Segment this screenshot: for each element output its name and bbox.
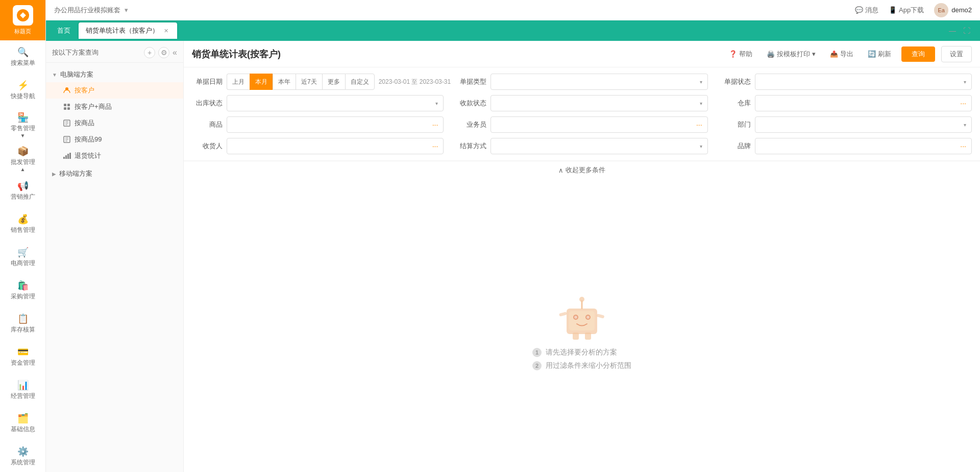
user-profile[interactable]: Ea demo2 bbox=[934, 3, 972, 17]
svg-rect-4 bbox=[67, 104, 70, 106]
sidebar-item-label-business: 经营管理 bbox=[11, 392, 35, 400]
export-button[interactable]: 📤 导出 bbox=[826, 48, 857, 61]
system-icon: ⚙️ bbox=[17, 446, 29, 457]
add-scheme-button[interactable]: + bbox=[144, 47, 155, 58]
tab-sales-stats[interactable]: 销货单统计表（按客户） ✕ bbox=[79, 22, 177, 39]
tab-close-icon[interactable]: ✕ bbox=[162, 27, 170, 35]
sidebar-item-sales[interactable]: 💰 销售管理 bbox=[0, 207, 45, 241]
date-btn-more[interactable]: 更多 bbox=[322, 74, 345, 90]
mobile-section-header[interactable]: ▶ 移动端方案 bbox=[46, 166, 183, 181]
help-label: 帮助 bbox=[739, 50, 752, 59]
date-btn-7days[interactable]: 近7天 bbox=[296, 74, 322, 90]
receipt-status-select[interactable]: ▾ bbox=[491, 95, 707, 111]
sidebar-item-label-ecom: 电商管理 bbox=[11, 259, 35, 268]
department-select[interactable]: ▾ bbox=[755, 116, 972, 133]
sidebar-item-retail[interactable]: 🏪 零售管理 ▼ bbox=[0, 107, 45, 140]
salesperson-select[interactable]: ··· bbox=[491, 116, 707, 133]
filter-row-3: 商品 ··· 业务员 ··· 部门 bbox=[192, 116, 972, 133]
desktop-section-label: 电脑端方案 bbox=[60, 70, 93, 79]
warehouse-select[interactable]: ··· bbox=[755, 95, 972, 111]
tab-home[interactable]: 首页 bbox=[50, 22, 78, 39]
sidebar-item-purchase[interactable]: 🛍️ 采购管理 bbox=[0, 274, 45, 307]
breadcrumb-dropdown-icon[interactable]: ▾ bbox=[125, 6, 128, 14]
scheme-item-by-product-label: 按商品 bbox=[75, 119, 94, 128]
sidebar-item-search[interactable]: 🔍 搜索菜单 bbox=[0, 40, 45, 74]
filter-order-type: 单据类型 ▾ bbox=[456, 74, 707, 90]
sidebar-item-business[interactable]: 📊 经营管理 bbox=[0, 373, 45, 407]
chevron-down-icon: ▼ bbox=[52, 72, 57, 78]
empty-tip-1: 1 请先选择要分析的方案 bbox=[532, 348, 631, 357]
sidebar-item-wholesale[interactable]: 📦 批发管理 ▲ bbox=[0, 140, 45, 174]
sidebar-item-label-inventory: 库存核算 bbox=[11, 325, 35, 334]
out-status-select[interactable]: ▾ bbox=[227, 95, 444, 111]
help-button[interactable]: ❓ 帮助 bbox=[725, 48, 756, 61]
breadcrumb-text: 办公用品行业模拟账套 bbox=[54, 6, 120, 15]
scheme-item-by-customer[interactable]: 按客户 bbox=[46, 82, 183, 99]
date-btn-this-month[interactable]: 本月 bbox=[250, 74, 273, 90]
scheme-item-customer-product[interactable]: 按客户+商品 bbox=[46, 99, 183, 115]
sidebar-item-finance[interactable]: 💳 资金管理 bbox=[0, 340, 45, 373]
query-button[interactable]: 查询 bbox=[901, 46, 935, 62]
sidebar-item-system[interactable]: ⚙️ 系统管理 bbox=[0, 440, 45, 472]
empty-state: 1 请先选择要分析的方案 2 用过滤条件来缩小分析范围 bbox=[184, 179, 980, 472]
settlement-arrow-icon: ▾ bbox=[700, 144, 702, 149]
settings-button[interactable]: 设置 bbox=[941, 46, 972, 62]
order-status-select[interactable]: ▾ bbox=[755, 74, 972, 90]
filter-department: 部门 ▾ bbox=[720, 116, 972, 133]
order-status-label: 单据状态 bbox=[720, 77, 751, 86]
svg-rect-3 bbox=[64, 104, 66, 106]
goods-select[interactable]: ··· bbox=[227, 116, 444, 133]
brand-dots-icon[interactable]: ··· bbox=[960, 142, 966, 150]
maximize-button[interactable]: ⛶ bbox=[962, 26, 972, 36]
scheme-item-return-stats[interactable]: 退货统计 bbox=[46, 148, 183, 164]
filter-brand: 品牌 ··· bbox=[720, 138, 972, 154]
collapse-more-button[interactable]: ∧ 收起更多条件 bbox=[184, 161, 980, 179]
scheme-item-return-stats-label: 退货统计 bbox=[75, 151, 101, 160]
sidebar-item-basic[interactable]: 🗂️ 基础信息 bbox=[0, 407, 45, 440]
collapse-panel-button[interactable]: « bbox=[173, 48, 177, 57]
settlement-select[interactable]: ▾ bbox=[491, 138, 707, 154]
main-area: 办公用品行业模拟账套 ▾ 💬 消息 📱 App下载 Ea demo2 首页 bbox=[46, 0, 980, 472]
order-status-arrow-icon: ▾ bbox=[964, 79, 966, 85]
business-icon: 📊 bbox=[17, 380, 29, 391]
scheme-item-by-product-99[interactable]: 按商品99 bbox=[46, 131, 183, 148]
print-button[interactable]: 🖨️ 按模板打印 ▾ bbox=[763, 48, 820, 61]
sidebar-item-quicknav[interactable]: ⚡ 快捷导航 bbox=[0, 74, 45, 107]
message-icon: 💬 bbox=[855, 6, 863, 14]
sales-icon: 💰 bbox=[17, 214, 29, 225]
desktop-section-header[interactable]: ▼ 电脑端方案 bbox=[46, 67, 183, 82]
date-range-text: 2023-03-01 至 2023-03-31 bbox=[379, 78, 451, 86]
sidebar-item-ecom[interactable]: 🛒 电商管理 bbox=[0, 241, 45, 274]
settlement-label: 结算方式 bbox=[456, 141, 486, 151]
tip-num-2: 2 bbox=[532, 361, 542, 370]
date-btn-last-month[interactable]: 上月 bbox=[227, 74, 250, 90]
query-label: 查询 bbox=[912, 50, 925, 58]
scheme-item-by-product[interactable]: 按商品 bbox=[46, 115, 183, 131]
app-download-button[interactable]: 📱 App下载 bbox=[889, 6, 924, 15]
svg-rect-23 bbox=[573, 333, 579, 340]
minimize-button[interactable]: — bbox=[947, 26, 958, 36]
svg-point-20 bbox=[579, 297, 584, 302]
date-btn-this-year[interactable]: 本年 bbox=[273, 74, 296, 90]
desktop-section: ▼ 电脑端方案 按客户 bbox=[46, 67, 183, 164]
brand-select[interactable]: ··· bbox=[755, 138, 972, 154]
message-button[interactable]: 💬 消息 bbox=[855, 6, 878, 15]
order-type-select[interactable]: ▾ bbox=[491, 74, 707, 90]
settings-scheme-button[interactable]: ⚙ bbox=[158, 47, 169, 58]
refresh-button[interactable]: 🔄 刷新 bbox=[864, 48, 895, 61]
consignee-dots-icon[interactable]: ··· bbox=[432, 142, 438, 150]
collapse-more-label: 收起更多条件 bbox=[566, 166, 605, 175]
sidebar-item-inventory[interactable]: 📋 库存核算 bbox=[0, 307, 45, 340]
export-label: 导出 bbox=[840, 50, 853, 59]
mobile-section: ▶ 移动端方案 bbox=[46, 166, 183, 181]
logo[interactable]: 标题页 bbox=[0, 0, 45, 40]
svg-point-1 bbox=[21, 14, 24, 17]
goods-dots-icon[interactable]: ··· bbox=[432, 121, 438, 129]
warehouse-dots-icon[interactable]: ··· bbox=[960, 99, 966, 107]
empty-tips: 1 请先选择要分析的方案 2 用过滤条件来缩小分析范围 bbox=[532, 348, 631, 370]
filter-row-1: 单据日期 上月 本月 本年 近7天 更多 自定义 2023-03-01 至 20… bbox=[192, 74, 972, 90]
date-btn-custom[interactable]: 自定义 bbox=[345, 74, 375, 90]
consignee-select[interactable]: ··· bbox=[227, 138, 444, 154]
salesperson-dots-icon[interactable]: ··· bbox=[696, 121, 702, 129]
sidebar-item-marketing[interactable]: 📢 营销推广 bbox=[0, 174, 45, 207]
